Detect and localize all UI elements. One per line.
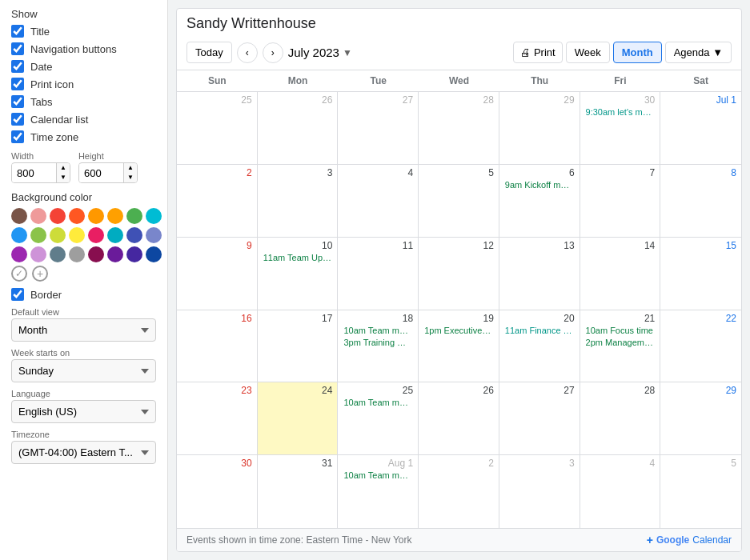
cb-nav-checkbox[interactable] — [11, 42, 24, 55]
cal-cell-3-4[interactable]: 2011am Finance call — [499, 310, 580, 382]
cal-cell-1-1[interactable]: 3 — [258, 165, 339, 237]
color-swatch-3[interactable] — [69, 208, 85, 224]
color-swatch-23[interactable] — [146, 246, 162, 262]
cal-cell-5-6[interactable]: 5 — [660, 455, 741, 528]
cal-cell-4-1[interactable]: 24 — [258, 382, 339, 454]
month-dropdown-icon[interactable]: ▼ — [343, 47, 352, 58]
cb-callist-checkbox[interactable] — [11, 113, 24, 126]
color-swatch-4[interactable] — [88, 208, 104, 224]
agenda-view-button[interactable]: Agenda ▼ — [665, 42, 732, 63]
height-input[interactable] — [79, 164, 123, 182]
cal-cell-3-2[interactable]: 1810am Team meeting3pm Training meetin — [338, 310, 419, 382]
event-1-4-0[interactable]: 9am Kickoff meeting — [503, 179, 576, 190]
cal-cell-5-2[interactable]: Aug 110am Team meeting — [338, 455, 419, 528]
color-swatch-11[interactable] — [69, 227, 85, 243]
cal-cell-3-1[interactable]: 17 — [258, 310, 339, 382]
width-input[interactable] — [12, 164, 56, 182]
cal-cell-2-1[interactable]: 1011am Team Update — [258, 238, 339, 310]
language-select[interactable]: English (US) — [11, 400, 156, 423]
cb-timezone-checkbox[interactable] — [11, 130, 24, 143]
event-5-2-0[interactable]: 10am Team meeting — [341, 470, 415, 481]
cal-cell-1-4[interactable]: 69am Kickoff meeting — [499, 165, 580, 237]
today-button[interactable]: Today — [186, 42, 232, 63]
color-swatch-15[interactable] — [146, 227, 162, 243]
color-swatch-8[interactable] — [11, 227, 27, 243]
cal-cell-5-3[interactable]: 2 — [419, 455, 499, 528]
color-swatch-18[interactable] — [50, 246, 66, 262]
cal-cell-5-1[interactable]: 31 — [258, 455, 339, 528]
next-button[interactable]: › — [263, 42, 283, 63]
cal-cell-5-4[interactable]: 3 — [499, 455, 580, 528]
cal-cell-0-6[interactable]: Jul 1 — [660, 92, 741, 164]
week-view-button[interactable]: Week — [566, 42, 610, 63]
cal-cell-4-3[interactable]: 26 — [419, 382, 499, 454]
cal-cell-3-5[interactable]: 2110am Focus time2pm Management m — [580, 310, 661, 382]
cb-date-checkbox[interactable] — [11, 60, 24, 73]
cal-cell-2-3[interactable]: 12 — [419, 238, 499, 310]
cal-cell-1-5[interactable]: 7 — [580, 165, 661, 237]
color-swatch-13[interactable] — [107, 227, 123, 243]
google-calendar-link[interactable]: + GoogleCalendar — [647, 534, 732, 546]
cal-cell-4-6[interactable]: 29 — [660, 382, 741, 454]
color-swatch-9[interactable] — [30, 227, 46, 243]
event-2-1-0[interactable]: 11am Team Update — [261, 252, 335, 263]
color-swatch-2[interactable] — [50, 208, 66, 224]
cal-cell-0-2[interactable]: 27 — [338, 92, 419, 164]
color-check-circle[interactable]: ✓ — [11, 266, 27, 282]
cal-cell-3-0[interactable]: 16 — [177, 310, 258, 382]
event-3-2-0[interactable]: 10am Team meeting — [341, 325, 415, 336]
cal-cell-4-2[interactable]: 2510am Team meeting — [338, 382, 419, 454]
color-swatch-10[interactable] — [50, 227, 66, 243]
cal-cell-2-4[interactable]: 13 — [499, 238, 580, 310]
color-swatch-1[interactable] — [30, 208, 46, 224]
cal-cell-1-6[interactable]: 8 — [660, 165, 741, 237]
cal-cell-4-4[interactable]: 27 — [499, 382, 580, 454]
cal-cell-0-4[interactable]: 29 — [499, 92, 580, 164]
color-swatch-12[interactable] — [88, 227, 104, 243]
cb-print-checkbox[interactable] — [11, 78, 24, 90]
cal-cell-4-5[interactable]: 28 — [580, 382, 661, 454]
color-swatch-7[interactable] — [146, 208, 162, 224]
print-button[interactable]: 🖨 Print — [513, 42, 563, 63]
cal-cell-5-0[interactable]: 30 — [177, 455, 258, 528]
color-swatch-6[interactable] — [126, 208, 142, 224]
height-up[interactable]: ▲ — [124, 163, 137, 173]
default-view-select[interactable]: Month Day Week Agenda — [11, 318, 156, 342]
color-swatch-17[interactable] — [30, 246, 46, 262]
event-0-5-0[interactable]: 9:30am let's meet — [584, 106, 657, 118]
height-down[interactable]: ▼ — [124, 173, 137, 182]
cal-cell-2-6[interactable]: 15 — [660, 238, 741, 310]
cal-cell-0-3[interactable]: 28 — [419, 92, 499, 164]
cb-title-checkbox[interactable] — [11, 25, 24, 38]
cal-cell-3-6[interactable]: 22 — [660, 310, 741, 382]
cal-cell-2-5[interactable]: 14 — [580, 238, 661, 310]
event-4-2-0[interactable]: 10am Team meeting — [341, 397, 415, 408]
color-swatch-21[interactable] — [107, 246, 123, 262]
cal-cell-2-2[interactable]: 11 — [338, 238, 419, 310]
week-starts-select[interactable]: Sunday Monday Saturday — [11, 359, 156, 382]
color-swatch-14[interactable] — [126, 227, 142, 243]
cal-cell-0-0[interactable]: 25 — [177, 92, 258, 164]
cal-cell-0-5[interactable]: 309:30am let's meet — [580, 92, 661, 164]
cal-cell-1-2[interactable]: 4 — [338, 165, 419, 237]
prev-button[interactable]: ‹ — [237, 42, 258, 63]
cb-tabs-checkbox[interactable] — [11, 95, 24, 108]
cal-cell-5-5[interactable]: 4 — [580, 455, 661, 528]
color-swatch-16[interactable] — [11, 246, 27, 262]
cal-cell-3-3[interactable]: 191pm Executive meet — [419, 310, 499, 382]
cal-cell-1-0[interactable]: 2 — [177, 165, 258, 237]
width-down[interactable]: ▼ — [57, 173, 70, 182]
event-3-3-0[interactable]: 1pm Executive meet — [422, 325, 495, 336]
cal-cell-2-0[interactable]: 9 — [177, 238, 258, 310]
event-3-5-0[interactable]: 10am Focus time — [584, 325, 657, 336]
color-swatch-5[interactable] — [107, 208, 123, 224]
month-view-button[interactable]: Month — [613, 42, 662, 63]
color-swatch-19[interactable] — [69, 246, 85, 262]
event-3-4-0[interactable]: 11am Finance call — [503, 325, 576, 336]
color-add-circle[interactable]: + — [32, 266, 48, 282]
color-swatch-22[interactable] — [126, 246, 142, 262]
cal-cell-4-0[interactable]: 23 — [177, 382, 258, 454]
width-up[interactable]: ▲ — [57, 163, 70, 173]
cal-cell-0-1[interactable]: 26 — [258, 92, 339, 164]
event-3-5-1[interactable]: 2pm Management m — [584, 337, 657, 348]
